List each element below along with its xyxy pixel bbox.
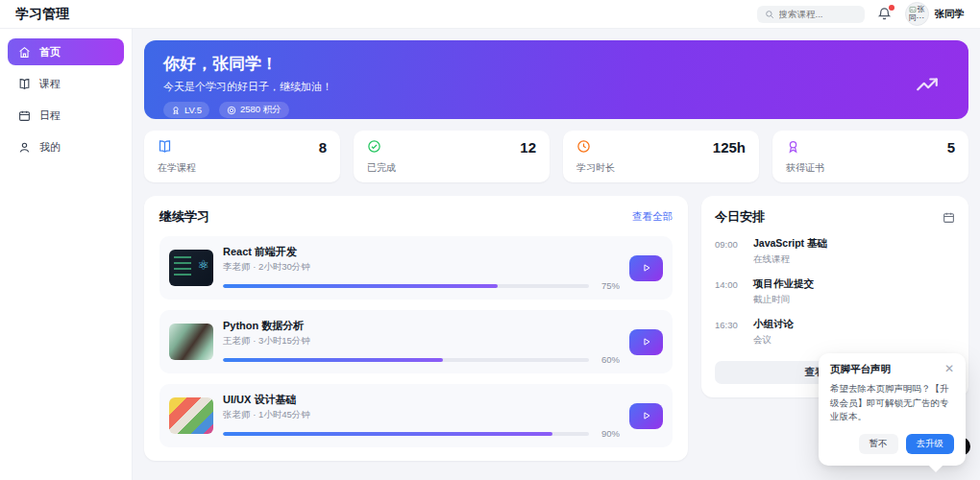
welcome-banner: 你好，张同学！ 今天是个学习的好日子，继续加油！ LV.5 2580 积分 [144,40,968,119]
sidebar-item-schedule[interactable]: 日程 [8,102,124,129]
trending-up-icon [913,73,942,98]
stat-value: 8 [319,139,327,156]
check-circle-icon [367,139,381,154]
user-icon [18,141,31,154]
stat-label: 已完成 [367,161,536,175]
sidebar-item-label: 首页 [39,45,61,60]
user-menu[interactable]: 张 同⋯ 张同学 [905,2,966,26]
schedule-type: 在线课程 [753,253,827,266]
progress-track [223,358,589,362]
course-item-uiux[interactable]: UI/UX 设计基础 张老师 · 1小时45分钟 90% [159,384,673,447]
course-meta: 李老师 · 2小时30分钟 [223,261,620,274]
schedule-time: 14:00 [715,277,742,306]
app-header: 学习管理 张 同⋯ 张同学 [0,0,980,29]
dismiss-button[interactable]: 暂不 [859,434,898,454]
progress-track [223,432,589,436]
popup-title: 页脚平台声明 [830,363,891,376]
course-thumbnail: ⚛ [169,250,213,286]
play-button[interactable] [629,329,663,355]
course-title: Python 数据分析 [223,319,620,333]
schedule-item: 16:30 小组讨论 会议 [715,318,955,347]
course-item-react[interactable]: ⚛ React 前端开发 李老师 · 2小时30分钟 75% [159,236,673,300]
clock-icon [576,139,591,154]
search-input[interactable] [779,9,857,19]
stat-card-completed: 12 已完成 [354,131,550,182]
notification-dot [889,5,894,11]
sidebar: 首页 课程 日程 我的 [0,29,133,480]
stat-label: 学习时长 [576,161,746,175]
sidebar-item-label: 日程 [39,108,61,123]
progress-fill [223,358,443,362]
progress-fill [223,432,552,436]
play-button[interactable] [629,255,663,281]
level-badge: LV.5 [163,102,209,118]
schedule-type: 截止时间 [753,294,814,306]
progress-percent: 75% [597,280,620,291]
schedule-time: 09:00 [715,237,742,266]
progress-percent: 60% [597,354,620,365]
avatar-alt-text-2: 同⋯ [909,14,924,23]
sidebar-item-label: 我的 [39,140,61,155]
course-thumbnail [169,324,213,360]
play-button[interactable] [629,403,663,429]
user-name: 张同学 [935,8,966,21]
stat-card-certificates: 5 获得证书 [772,131,968,182]
award-icon [786,139,800,154]
banner-greeting: 你好，张同学！ [163,53,949,75]
play-icon [642,263,651,273]
notification-bell[interactable] [877,7,893,22]
stat-value: 5 [947,139,955,156]
home-icon [18,46,31,59]
progress-track [223,284,589,288]
app-title: 学习管理 [15,6,69,23]
sidebar-item-profile[interactable]: 我的 [8,133,124,160]
course-thumbnail [169,397,213,434]
schedule-item: 14:00 项目作业提交 截止时间 [715,277,955,306]
medal-icon [171,106,181,115]
avatar: 张 同⋯ [905,2,929,26]
points-badge: 2580 积分 [219,102,289,118]
sidebar-item-courses[interactable]: 课程 [8,70,124,97]
stat-value: 125h [713,139,746,156]
course-title: UI/UX 设计基础 [223,393,620,407]
section-title: 继续学习 [159,208,209,226]
banner-subtitle: 今天是个学习的好日子，继续加油！ [163,80,949,94]
close-icon[interactable]: ✕ [944,363,954,374]
stat-card-courses: 8 在学课程 [144,131,340,182]
calendar-icon [18,109,31,122]
coin-icon [227,106,236,115]
schedule-type: 会议 [753,334,794,347]
react-logo-icon: ⚛ [197,258,209,272]
progress-fill [223,284,498,288]
stats-row: 8 在学课程 12 已完成 125h [144,131,968,182]
schedule-item: 09:00 JavaScript 基础 在线课程 [715,237,955,266]
sidebar-item-label: 课程 [39,77,61,91]
course-item-python[interactable]: Python 数据分析 王老师 · 3小时15分钟 60% [159,310,673,373]
popup-body: 希望去除本页脚声明吗？【升级会员】即可解锁无广告的专业版本。 [830,382,954,424]
schedule-time: 16:30 [715,318,742,347]
search-icon [765,10,774,19]
stat-value: 12 [520,139,536,156]
course-meta: 王老师 · 3小时15分钟 [223,335,620,348]
stat-card-hours: 125h 学习时长 [563,131,759,182]
schedule-title: 小组讨论 [753,318,794,331]
upgrade-button[interactable]: 去升级 [906,434,955,454]
stat-label: 在学课程 [158,161,327,175]
search-box[interactable] [757,6,865,23]
stat-label: 获得证书 [786,161,955,175]
sidebar-item-home[interactable]: 首页 [8,38,124,65]
schedule-title: JavaScript 基础 [753,237,827,251]
view-all-link[interactable]: 查看全部 [632,210,673,224]
continue-learning-card: 继续学习 查看全部 ⚛ React 前端开发 李老师 · 2小时30分钟 75% [144,196,688,461]
book-icon [158,139,172,154]
play-icon [642,411,651,420]
schedule-title: 项目作业提交 [753,277,814,291]
course-title: React 前端开发 [223,245,620,259]
play-icon [642,337,651,347]
footer-notice-popup: 页脚平台声明 ✕ 希望去除本页脚声明吗？【升级会员】即可解锁无广告的专业版本。 … [819,353,966,466]
course-meta: 张老师 · 1小时45分钟 [223,409,620,421]
book-icon [18,78,31,90]
progress-percent: 90% [597,428,620,439]
section-title: 今日安排 [715,208,765,226]
calendar-icon [943,211,955,224]
